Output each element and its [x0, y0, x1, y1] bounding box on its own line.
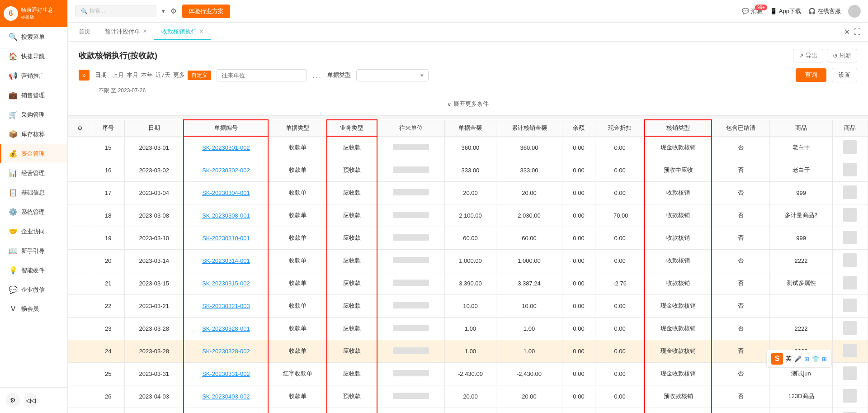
table-cell: 2023-03-28: [125, 317, 184, 340]
table-cell[interactable]: [68, 317, 92, 340]
last-month-btn[interactable]: 上月: [112, 71, 124, 79]
topbar-search-box[interactable]: 🔍 搜索...: [75, 5, 156, 17]
sidebar-item-collab[interactable]: 🤝 企业协同: [0, 222, 67, 241]
tab-receipt[interactable]: 收款核销执行 ✕: [154, 24, 211, 40]
doc-no-link[interactable]: SK-20230315-002: [202, 280, 250, 287]
doc-no-link[interactable]: SK-20230304-001: [202, 190, 250, 196]
table-cell: [377, 340, 445, 362]
table-cell: 27: [92, 408, 125, 413]
sidebar-item-info[interactable]: 📋 基础信息: [0, 183, 67, 202]
table-cell: 否: [712, 249, 770, 272]
table-cell: 26: [92, 385, 125, 408]
brand-name: 畅康通好生意: [21, 7, 53, 14]
sidebar-item-operations[interactable]: 📊 经营管理: [0, 163, 67, 183]
sidebar-item-finance[interactable]: 💰 资金管理: [0, 144, 67, 163]
table-cell[interactable]: [68, 181, 92, 204]
table-cell: [832, 385, 868, 408]
table-cell[interactable]: [68, 340, 92, 362]
table-cell: 2023-03-31: [125, 362, 184, 385]
setting-button[interactable]: 设置: [832, 68, 857, 82]
sidebar-item-nav[interactable]: 🏠 快捷导航: [0, 47, 67, 66]
doc-no-link[interactable]: SK-20230310-001: [202, 235, 250, 242]
table-row: 222023-03-21SK-20230321-003收款单应收款10.0010…: [68, 294, 868, 317]
table-cell[interactable]: [68, 294, 92, 317]
table-cell[interactable]: [68, 136, 92, 159]
table-cell[interactable]: [68, 159, 92, 181]
table-cell[interactable]: [68, 249, 92, 272]
collapse-filter-btn[interactable]: »: [79, 70, 90, 81]
table-cell[interactable]: [68, 227, 92, 249]
doc-no-link[interactable]: SK-20230331-002: [202, 370, 250, 377]
partner-input[interactable]: [217, 69, 307, 81]
table-cell: 应收款: [327, 249, 377, 272]
table-cell: SK-20230331-002: [184, 362, 268, 385]
tab-payable-close[interactable]: ✕: [143, 28, 147, 34]
doc-no-link[interactable]: SK-20230308-001: [202, 212, 250, 219]
table-cell[interactable]: [68, 272, 92, 294]
sidebar-item-hardware[interactable]: 💡 智能硬件: [0, 261, 67, 280]
doc-no-link[interactable]: SK-20230302-002: [202, 167, 250, 174]
collapse-btn[interactable]: ◁◁: [24, 393, 38, 408]
doc-no-link[interactable]: SK-20230301-002: [202, 144, 250, 151]
doc-no-link[interactable]: SK-20230403-002: [202, 393, 250, 400]
doc-no-link[interactable]: SK-20230314-001: [202, 257, 250, 264]
this-month-btn[interactable]: 本月: [127, 71, 138, 79]
marketing-icon: 📢: [9, 71, 18, 80]
export-button[interactable]: ↗ 导出: [793, 49, 823, 62]
message-btn[interactable]: 💬 消息 99+: [742, 7, 763, 15]
sidebar-item-sales[interactable]: 💼 销售管理: [0, 85, 67, 105]
expand-more-btn[interactable]: ∨ 展开更多条件: [79, 98, 857, 110]
last-7-days-btn[interactable]: 近7天: [156, 71, 170, 79]
table-cell: 2023-03-02: [125, 159, 184, 181]
app-download-btn[interactable]: 📱 App下载: [770, 7, 801, 15]
table-row: 212023-03-15SK-20230315-002收款单应收款3,390.0…: [68, 272, 868, 294]
table-cell: 收款核销: [645, 204, 712, 227]
table-cell: 360.00: [445, 136, 496, 159]
close-tab-btn[interactable]: ✕: [844, 28, 850, 36]
tab-home[interactable]: 首页: [71, 24, 98, 40]
sidebar-item-inventory[interactable]: 📦 库存核算: [0, 124, 67, 144]
more-date-btn[interactable]: 更多: [173, 71, 185, 79]
tab-payable[interactable]: 预计冲应付单 ✕: [98, 24, 154, 40]
this-year-btn[interactable]: 本年: [141, 71, 153, 79]
doc-type-label: 单据类型: [327, 71, 351, 79]
table-cell: 1,000.00: [445, 249, 496, 272]
table-cell: 预收中应收: [645, 159, 712, 181]
table-cell[interactable]: [68, 204, 92, 227]
refresh-button[interactable]: ↺ 刷新: [827, 49, 857, 62]
custom-date-btn[interactable]: 自定义: [188, 71, 211, 80]
table-cell: 1,000.00: [496, 249, 562, 272]
sidebar-item-search[interactable]: 🔍 搜索菜单: [0, 27, 67, 47]
tab-receipt-close[interactable]: ✕: [199, 28, 203, 34]
solution-button[interactable]: 体验行业方案: [182, 5, 230, 18]
table-cell[interactable]: [68, 362, 92, 385]
watermark-label: 英: [786, 355, 792, 363]
settings-col-header[interactable]: ⚙: [68, 120, 92, 136]
user-avatar[interactable]: [848, 5, 861, 18]
doc-no-link[interactable]: SK-20230328-001: [202, 325, 250, 332]
table-cell: 否: [712, 272, 770, 294]
doc-no-link[interactable]: SK-20230321-003: [202, 303, 250, 309]
sidebar-item-system[interactable]: ⚙️ 系统管理: [0, 202, 67, 222]
table-cell: 应收款: [327, 204, 377, 227]
doc-no-link[interactable]: SK-20230328-002: [202, 348, 250, 355]
table-cell: 20.00: [496, 181, 562, 204]
query-button[interactable]: 查询: [796, 68, 826, 82]
topbar: 🔍 搜索... ▾ ⚙ 体验行业方案 💬 消息 99+ 📱 App下载 🎧 在线…: [68, 0, 868, 23]
sidebar-item-marketing[interactable]: 📢 营销推广: [0, 66, 67, 85]
settings-bottom-btn[interactable]: ⚙: [5, 393, 20, 408]
table-cell: 现金收款核销: [645, 317, 712, 340]
topbar-dropdown[interactable]: ▾: [162, 8, 165, 14]
gear-icon[interactable]: ⚙: [170, 7, 177, 15]
sidebar-item-purchase[interactable]: 🛒 采购管理: [0, 105, 67, 124]
table-cell[interactable]: [68, 408, 92, 413]
sidebar-item-wechat[interactable]: 💬 企业微信: [0, 280, 67, 299]
table-cell: [377, 362, 445, 385]
sidebar-item-member[interactable]: V 畅会员: [0, 299, 67, 318]
maximize-tab-btn[interactable]: ⛶: [854, 28, 861, 36]
doc-type-select[interactable]: ▾: [356, 69, 429, 81]
sidebar-item-guide[interactable]: 📖 新手引导: [0, 241, 67, 261]
online-service-btn[interactable]: 🎧 在线客服: [808, 7, 841, 15]
table-cell[interactable]: [68, 385, 92, 408]
date-range-row: 不限 至 2023-07-26: [79, 86, 857, 95]
